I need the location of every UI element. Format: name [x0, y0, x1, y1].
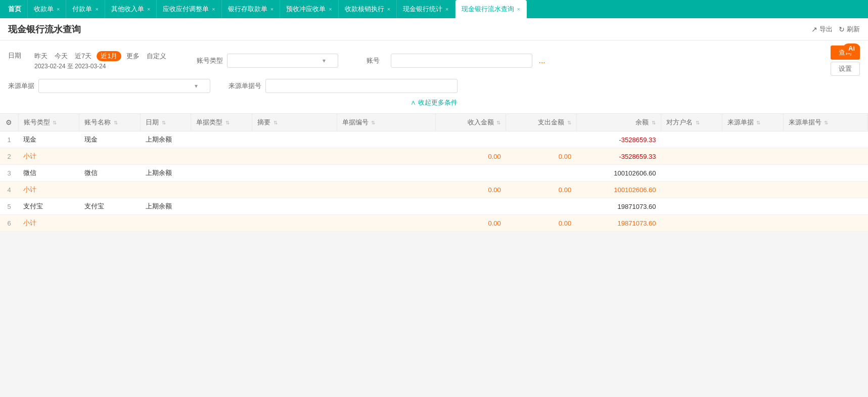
date-options: 昨天 今天 近7天 近1月 更多 自定义: [32, 51, 168, 61]
close-icon[interactable]: ×: [445, 6, 448, 12]
nav-item-ar-ap-adjust[interactable]: 应收应付调整单 ×: [157, 0, 221, 18]
sort-icon: ⇅: [114, 120, 118, 125]
th-summary[interactable]: 摘要 ⇅: [252, 114, 337, 131]
sort-icon: ⇅: [652, 120, 656, 125]
th-source-doc-no[interactable]: 来源单据号 ⇅: [783, 114, 867, 131]
close-icon[interactable]: ×: [57, 6, 60, 12]
source-doc-group: 来源单据 ▾: [8, 79, 210, 93]
account-input[interactable]: [391, 54, 532, 68]
close-icon[interactable]: ×: [329, 6, 332, 12]
settings-button[interactable]: 设置: [831, 62, 860, 76]
ai-button[interactable]: Ai: [843, 43, 860, 53]
nav-item-payment[interactable]: 付款单 ×: [66, 0, 105, 18]
th-doc-type[interactable]: 单据类型 ⇅: [191, 114, 252, 131]
refresh-label: 刷新: [847, 25, 860, 34]
refresh-icon: ↻: [839, 25, 845, 33]
table-cell: [79, 215, 141, 232]
sort-icon: ⇅: [162, 120, 166, 125]
filter-area: 日期 昨天 今天 近7天 近1月 更多 自定义 2023-02-24 至 202…: [0, 40, 868, 114]
date-btn-last1m[interactable]: 近1月: [97, 51, 121, 61]
th-gear[interactable]: ⚙: [0, 114, 18, 131]
table-cell: [722, 131, 783, 148]
date-btn-custom[interactable]: 自定义: [145, 51, 168, 61]
close-icon[interactable]: ×: [387, 6, 390, 12]
nav-item-cash-bank-flow[interactable]: 现金银行流水查询 ×: [455, 0, 527, 18]
close-icon[interactable]: ×: [212, 6, 215, 12]
table-header-row: ⚙ 账号类型 ⇅ 账号名称 ⇅ 日期 ⇅ 单据类型 ⇅: [0, 114, 868, 131]
table-body: 1现金现金上期余额-3528659.332小计0.000.00-3528659.…: [0, 131, 868, 232]
table-cell: [722, 215, 783, 232]
nav-item-other-income[interactable]: 其他收入单 ×: [105, 0, 157, 18]
refresh-button[interactable]: ↻ 刷新: [839, 25, 860, 34]
table-cell: [79, 182, 141, 198]
th-balance[interactable]: 余额 ⇅: [576, 114, 661, 131]
th-doc-no[interactable]: 单据编号 ⇅: [337, 114, 435, 131]
table-cell: 100102606.60: [576, 165, 661, 182]
table-cell: [783, 131, 867, 148]
th-account-name[interactable]: 账号名称 ⇅: [79, 114, 141, 131]
table-cell: 小计: [18, 148, 79, 165]
th-expense[interactable]: 支出金额 ⇅: [506, 114, 576, 131]
sort-icon: ⇅: [53, 120, 57, 125]
date-btn-more[interactable]: 更多: [124, 51, 142, 61]
th-account-type[interactable]: 账号类型 ⇅: [18, 114, 79, 131]
table-cell: -3528659.33: [576, 148, 661, 165]
filter-row-1: 日期 昨天 今天 近7天 近1月 更多 自定义 2023-02-24 至 202…: [8, 46, 860, 76]
nav-item-receipt[interactable]: 收款单 ×: [28, 0, 66, 18]
date-btn-last7[interactable]: 近7天: [73, 51, 94, 61]
nav-item-cash-bank-stat[interactable]: 现金银行统计 ×: [397, 0, 455, 18]
close-icon[interactable]: ×: [95, 6, 98, 12]
sort-icon: ⇅: [756, 120, 760, 125]
account-type-label: 账号类型: [197, 56, 223, 65]
close-icon[interactable]: ×: [517, 6, 520, 12]
table-cell: [661, 182, 722, 198]
source-doc-select[interactable]: ▾: [38, 79, 210, 93]
th-income[interactable]: 收入金额 ⇅: [435, 114, 506, 131]
source-doc-label: 来源单据: [8, 81, 34, 91]
table-cell: 现金: [79, 131, 141, 148]
table-cell: [191, 165, 252, 182]
table-cell: [506, 198, 576, 215]
nav-item-receipt-verify[interactable]: 收款核销执行 ×: [339, 0, 397, 18]
export-icon: ↗: [811, 25, 817, 33]
source-doc-no-input[interactable]: [265, 79, 458, 93]
sort-icon: ⇅: [496, 120, 500, 125]
table-cell: 上期余额: [141, 165, 191, 182]
nav-item-home[interactable]: 首页: [2, 0, 28, 18]
th-source-doc[interactable]: 来源单据 ⇅: [722, 114, 783, 131]
table-cell: 5: [0, 198, 18, 215]
close-icon[interactable]: ×: [270, 6, 273, 12]
receipt-label: 收款单: [34, 5, 54, 14]
table-cell: [252, 165, 337, 182]
table-cell: [783, 198, 867, 215]
table-row: 6小计0.000.0019871073.60: [0, 215, 868, 232]
nav-item-prepay-offset[interactable]: 预收冲应收单 ×: [280, 0, 338, 18]
nav-item-bank-deposit[interactable]: 银行存取款单 ×: [222, 0, 280, 18]
date-btn-yesterday[interactable]: 昨天: [32, 51, 50, 61]
gear-icon[interactable]: ⚙: [6, 118, 12, 126]
table-cell: [661, 131, 722, 148]
table-cell: [783, 182, 867, 198]
table-cell: [506, 165, 576, 182]
export-button[interactable]: ↗ 导出: [811, 25, 833, 34]
collapse-bar[interactable]: ∧ 收起更多条件: [8, 96, 860, 109]
account-ellipsis-icon[interactable]: ...: [536, 56, 547, 65]
th-counterpart[interactable]: 对方户名 ⇅: [661, 114, 722, 131]
date-options-container: 昨天 今天 近7天 近1月 更多 自定义 2023-02-24 至 2023-0…: [32, 51, 168, 71]
table-cell: 3: [0, 165, 18, 182]
table-cell: [191, 131, 252, 148]
account-type-select[interactable]: ▾: [227, 54, 338, 68]
table-cell: 19871073.60: [576, 215, 661, 232]
chevron-down-icon: ▾: [323, 57, 326, 64]
table-cell: [661, 148, 722, 165]
th-date[interactable]: 日期 ⇅: [141, 114, 191, 131]
cash-bank-flow-label: 现金银行流水查询: [462, 5, 514, 14]
table-cell: 上期余额: [141, 198, 191, 215]
page-header: 现金银行流水查询 ↗ 导出 ↻ 刷新 Ai: [0, 18, 868, 40]
table-cell: [337, 148, 435, 165]
table-cell: 上期余额: [141, 131, 191, 148]
page-title: 现金银行流水查询: [8, 23, 81, 35]
close-icon[interactable]: ×: [147, 6, 150, 12]
table-cell: 现金: [18, 131, 79, 148]
date-btn-today[interactable]: 今天: [53, 51, 70, 61]
